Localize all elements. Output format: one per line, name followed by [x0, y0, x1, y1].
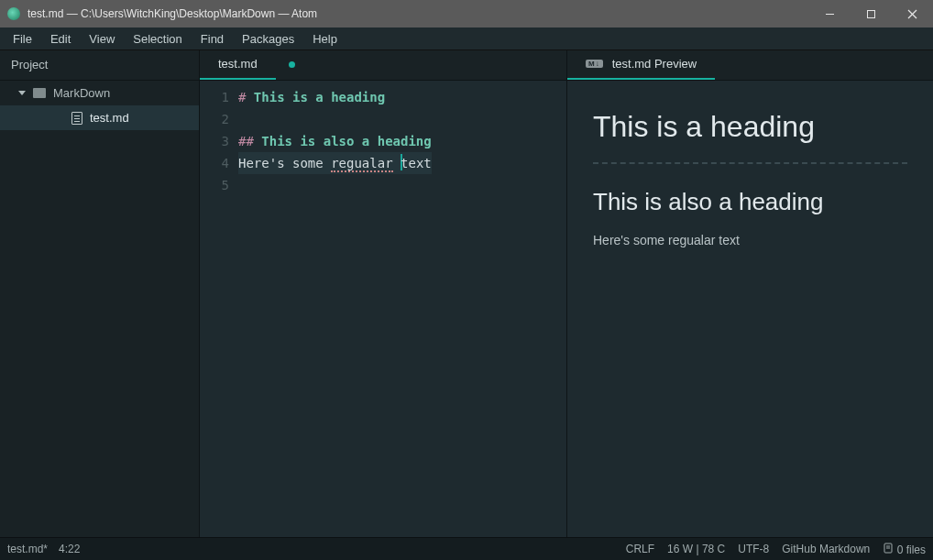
code-area[interactable]: # This is a heading ## This is also a he…: [238, 81, 432, 537]
project-panel: Project MarkDown test.md: [0, 50, 200, 537]
preview-h1: This is a heading: [593, 110, 907, 144]
menu-selection[interactable]: Selection: [124, 28, 191, 49]
preview-h2: This is also a heading: [593, 188, 907, 216]
preview-paragraph: Here's some regualar text: [593, 233, 907, 247]
status-git-count: 0 files: [897, 544, 926, 556]
menu-packages[interactable]: Packages: [233, 28, 303, 49]
svg-rect-1: [868, 10, 875, 17]
tab-modified-indicator[interactable]: [276, 49, 308, 80]
git-icon: [883, 543, 894, 554]
line-number: 3: [200, 130, 229, 152]
tree-file-test-md[interactable]: test.md: [0, 105, 199, 130]
tab-label: test.md: [218, 57, 258, 71]
folder-icon: [33, 88, 46, 98]
menu-edit[interactable]: Edit: [41, 28, 80, 49]
status-grammar[interactable]: GitHub Markdown: [782, 543, 870, 555]
menu-view[interactable]: View: [80, 28, 124, 49]
modified-dot-icon: [289, 61, 295, 68]
preview-tab-bar: M↓ test.md Preview: [567, 50, 933, 81]
window-minimize-button[interactable]: [809, 0, 851, 27]
tree-folder-markdown[interactable]: MarkDown: [0, 81, 199, 105]
project-panel-header: Project: [0, 50, 199, 81]
status-line-ending[interactable]: CRLF: [626, 543, 654, 555]
menu-help[interactable]: Help: [303, 28, 346, 49]
window-title: test.md — C:\Users\WitchKing\Desktop\Mar…: [27, 7, 317, 20]
chevron-down-icon: [18, 91, 26, 95]
tab-test-md-preview[interactable]: M↓ test.md Preview: [567, 49, 715, 80]
markdown-badge-icon: M↓: [586, 60, 603, 68]
window-close-button[interactable]: [892, 0, 933, 27]
status-cursor-position[interactable]: 4:22: [59, 543, 80, 555]
editor-tab-bar: test.md: [200, 50, 566, 81]
tree-folder-label: MarkDown: [53, 86, 110, 100]
line-number: 4: [200, 152, 229, 174]
menu-bar: File Edit View Selection Find Packages H…: [0, 27, 933, 50]
line-number: 5: [200, 174, 229, 196]
status-bar: test.md* 4:22 CRLF 16 W | 78 C UTF-8 Git…: [0, 537, 933, 560]
menu-file[interactable]: File: [4, 28, 41, 49]
window-maximize-button[interactable]: [851, 0, 892, 27]
markdown-preview[interactable]: This is a heading This is also a heading…: [567, 81, 933, 537]
status-encoding[interactable]: UTF-8: [738, 543, 769, 555]
preview-pane: M↓ test.md Preview This is a heading Thi…: [566, 50, 933, 537]
text-editor[interactable]: 1 2 3 4 5 # This is a heading ## This is…: [200, 81, 566, 537]
window-titlebar: test.md — C:\Users\WitchKing\Desktop\Mar…: [0, 0, 933, 27]
tree-file-label: test.md: [90, 111, 129, 125]
line-number-gutter: 1 2 3 4 5: [200, 81, 238, 537]
tab-test-md[interactable]: test.md: [200, 49, 276, 80]
status-word-count[interactable]: 16 W | 78 C: [667, 543, 725, 555]
line-number: 1: [200, 86, 229, 108]
tab-label: test.md Preview: [612, 57, 697, 71]
menu-find[interactable]: Find: [192, 28, 233, 49]
file-icon: [71, 112, 82, 125]
status-filename[interactable]: test.md*: [7, 543, 48, 555]
app-logo-icon: [7, 7, 20, 20]
status-git[interactable]: 0 files: [883, 543, 926, 556]
preview-hr: [593, 162, 907, 164]
line-number: 2: [200, 108, 229, 130]
editor-pane: test.md 1 2 3 4 5 # This is a heading ##: [200, 50, 566, 537]
